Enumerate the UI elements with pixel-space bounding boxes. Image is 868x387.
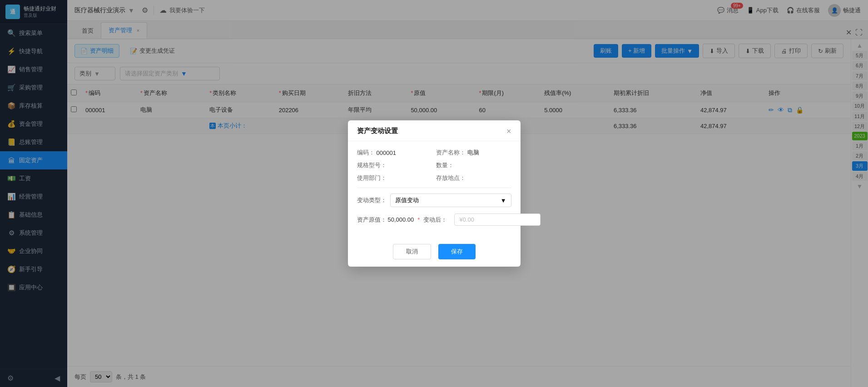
change-type-arrow-icon: ▼ — [501, 197, 506, 204]
asset-name-value: 电脑 — [467, 149, 479, 157]
modal-title: 资产变动设置 — [357, 127, 398, 135]
change-type-row: 变动类型： 原值变动 ▼ — [357, 194, 511, 207]
location-label: 存放地点： — [436, 174, 466, 182]
code-value: 000001 — [377, 149, 396, 156]
after-label: 变动后： — [423, 216, 451, 224]
dept-label: 使用部门： — [357, 174, 387, 182]
modal-location-item: 存放地点： — [436, 174, 511, 182]
spec-label: 规格型号： — [357, 161, 387, 169]
save-button[interactable]: 保存 — [438, 244, 476, 259]
modal-body: 编码： 000001 资产名称： 电脑 规格型号： 数量： 使用部门： — [348, 141, 521, 239]
change-type-select[interactable]: 原值变动 ▼ — [390, 194, 511, 207]
modal-asset-name-item: 资产名称： 电脑 — [436, 149, 511, 157]
modal-divider — [357, 188, 511, 188]
modal-code-item: 编码： 000001 — [357, 149, 432, 157]
modal-dept-item: 使用部门： — [357, 174, 432, 182]
modal-spec-item: 规格型号： — [357, 161, 432, 169]
quantity-label: 数量： — [436, 161, 454, 169]
change-type-value: 原值变动 — [395, 196, 419, 204]
after-value-input[interactable] — [454, 213, 541, 226]
original-value-label: 资产原值： — [357, 216, 384, 224]
asset-name-label: 资产名称： — [436, 149, 466, 157]
modal-overlay: 资产变动设置 × 编码： 000001 资产名称： 电脑 规格型号： 数量： — [0, 0, 868, 387]
modal-quantity-item: 数量： — [436, 161, 511, 169]
modal-header: 资产变动设置 × — [348, 120, 521, 141]
after-required-icon: * — [417, 216, 420, 223]
modal-info-grid: 编码： 000001 资产名称： 电脑 规格型号： 数量： 使用部门： — [357, 149, 511, 182]
code-label: 编码： — [357, 149, 375, 157]
asset-change-modal: 资产变动设置 × 编码： 000001 资产名称： 电脑 规格型号： 数量： — [348, 120, 521, 267]
original-value-display: 50,000.00 — [388, 216, 414, 223]
modal-footer: 取消 保存 — [348, 239, 521, 267]
cancel-button[interactable]: 取消 — [393, 244, 431, 259]
modal-close-button[interactable]: × — [506, 127, 511, 135]
original-value-row: 资产原值： 50,000.00 * 变动后： — [357, 213, 511, 226]
change-type-label: 变动类型： — [357, 196, 387, 204]
